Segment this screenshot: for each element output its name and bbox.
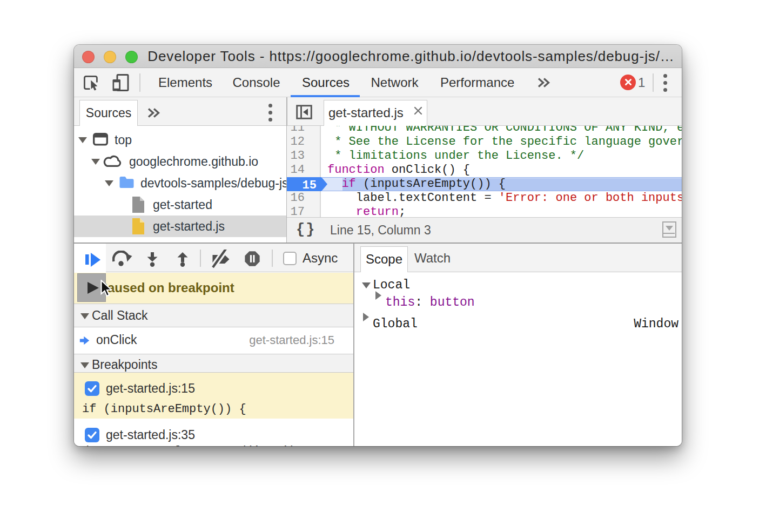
svg-text:15: 15 [303, 179, 317, 192]
